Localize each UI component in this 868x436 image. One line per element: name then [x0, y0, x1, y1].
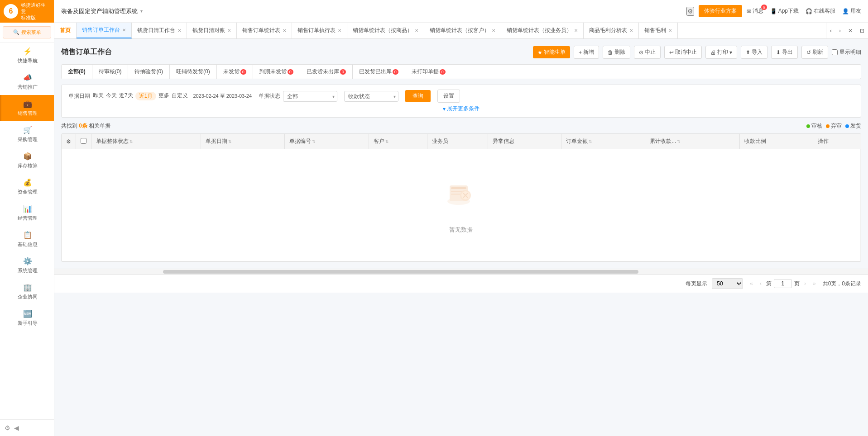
sub-tab-not-shipped[interactable]: 未发货0: [217, 65, 253, 79]
tab-sales-by-staff[interactable]: 销货单统计表（按业务员） ✕: [501, 23, 584, 38]
query-button[interactable]: 查询: [405, 90, 431, 102]
sub-tab-all[interactable]: 全部(0): [62, 65, 92, 79]
tab-close-sales-by-staff[interactable]: ✕: [574, 28, 578, 33]
tabs-scroll-left[interactable]: ‹: [826, 23, 835, 38]
delete-button[interactable]: 🗑 删除: [603, 46, 630, 59]
sort-date[interactable]: 单据日期 ⇅: [206, 137, 280, 145]
date-opt-custom[interactable]: 自定义: [172, 92, 188, 100]
tab-sales-stats[interactable]: 销售订单统计表 ✕: [237, 23, 292, 38]
message-btn[interactable]: ✉ 消息 6: [747, 7, 763, 15]
sort-customer[interactable]: 客户 ⇅: [374, 137, 422, 145]
sort-collected[interactable]: 累计收款... ⇅: [650, 137, 735, 145]
page-suffix: 页: [794, 280, 800, 288]
tab-close-sales-by-product[interactable]: ✕: [415, 28, 418, 33]
tab-cash-reconcile[interactable]: 钱货日清对账 ✕: [187, 23, 237, 38]
sort-status[interactable]: 单据整体状态 ⇅: [96, 137, 196, 145]
last-page-btn[interactable]: »: [810, 280, 818, 288]
sort-number[interactable]: 单据编号 ⇅: [289, 137, 364, 145]
tab-sales-profit[interactable]: 销售毛利 ✕: [639, 23, 678, 38]
collapse-icon[interactable]: ◀: [14, 424, 19, 431]
import-button[interactable]: ⬆ 导入: [741, 46, 767, 59]
audit-action-btn[interactable]: 审核: [806, 122, 822, 130]
date-opt-last1m[interactable]: 近1月: [135, 92, 157, 100]
refresh-button[interactable]: ↺ 刷新: [801, 46, 828, 59]
top-header: 装备及固定资产辅助管理系统 ▾ ⚙ 体验行业方案 ✉ 消息 6 📱 App下载 …: [54, 0, 868, 23]
tab-sales-by-product[interactable]: 销货单统计表（按商品） ✕: [347, 23, 424, 38]
tabs-scroll-right[interactable]: ›: [835, 23, 844, 38]
tab-sales-exec[interactable]: 销售订单执行表 ✕: [292, 23, 347, 38]
sidebar-item-system[interactable]: ⚙️ 系统管理: [0, 252, 54, 279]
sidebar-item-guide[interactable]: 🆕 新手引导: [0, 305, 54, 331]
shipped-wh-badge: 0: [393, 69, 398, 75]
industry-btn[interactable]: 体验行业方案: [699, 5, 742, 17]
tab-close-sales-stats[interactable]: ✕: [283, 28, 286, 33]
next-page-btn[interactable]: ›: [802, 280, 808, 288]
filter-status-select[interactable]: 全部: [283, 91, 337, 102]
horizontal-scrollbar[interactable]: [54, 269, 868, 274]
settings-footer-icon[interactable]: ⚙: [5, 424, 10, 431]
tab-sales-by-customer[interactable]: 销货单统计表（按客户） ✕: [424, 23, 501, 38]
smart-create-button[interactable]: ★ 智能生单: [533, 46, 570, 58]
first-page-btn[interactable]: «: [748, 280, 755, 288]
tab-close-sales-by-customer[interactable]: ✕: [492, 28, 495, 33]
sidebar-item-enterprise[interactable]: 🏢 企业协同: [0, 279, 54, 305]
cancel-audit-action-btn[interactable]: 弃审: [826, 122, 842, 130]
filter-settings-button[interactable]: 设置: [437, 90, 460, 103]
tab-close-sales-workbench[interactable]: ✕: [122, 28, 126, 33]
logo-icon: 6: [4, 4, 18, 19]
tab-home[interactable]: 首页: [54, 23, 77, 38]
sub-tab-pending-check[interactable]: 待抽验货(0): [128, 65, 170, 79]
sidebar-item-inventory[interactable]: 📦 库存核算: [0, 147, 54, 174]
add-button[interactable]: + 新增: [574, 46, 599, 59]
sidebar-item-quick-nav[interactable]: ⚡ 快捷导航: [0, 43, 54, 69]
print-icon: 🖨: [710, 49, 716, 56]
sidebar-item-purchase[interactable]: 🛒 采购管理: [0, 121, 54, 147]
prev-page-btn[interactable]: ‹: [758, 280, 764, 288]
tab-close-cash-daily[interactable]: ✕: [177, 28, 181, 33]
sidebar-item-finance[interactable]: 💰 资金管理: [0, 174, 54, 200]
sub-tab-not-printed[interactable]: 未打印单据0: [405, 65, 452, 79]
tabs-expand[interactable]: ⊡: [856, 23, 868, 38]
tab-close-gross-profit[interactable]: ✕: [629, 28, 633, 33]
sub-tab-overdue[interactable]: 到期未发货0: [253, 65, 300, 79]
tab-cash-daily[interactable]: 钱货日清工作台 ✕: [132, 23, 187, 38]
tabs-close-all[interactable]: ✕: [844, 23, 856, 38]
sidebar-item-sales[interactable]: 💼 销售管理: [0, 95, 54, 121]
date-opt-more[interactable]: 更多: [158, 92, 169, 100]
tab-sales-workbench[interactable]: 销售订单工作台 ✕: [77, 23, 132, 38]
select-all-checkbox[interactable]: [81, 138, 86, 144]
sort-amount[interactable]: 订单金额 ⇅: [566, 137, 641, 145]
scrollbar-thumb[interactable]: [163, 270, 638, 274]
tab-close-sales-profit[interactable]: ✕: [668, 28, 672, 33]
user-menu-btn[interactable]: 👤 用友: [842, 7, 861, 15]
sub-tab-shipped-not-warehoused[interactable]: 已发货未出库0: [300, 65, 353, 79]
online-service-btn[interactable]: 🎧 在线客服: [806, 7, 835, 15]
page-size-select[interactable]: 10 20 50 100: [712, 278, 743, 289]
show-detail-label[interactable]: 显示明细: [832, 48, 861, 56]
app-download-btn[interactable]: 📱 App下载: [770, 7, 799, 15]
tab-gross-profit[interactable]: 商品毛利分析表 ✕: [584, 23, 639, 38]
search-menu-button[interactable]: 🔍 搜索菜单: [3, 26, 51, 38]
cancel-stop-button[interactable]: ↩ 取消中止: [664, 46, 702, 59]
date-opt-today[interactable]: 今天: [106, 92, 117, 100]
sub-tab-wangpu[interactable]: 旺铺待发货(0): [170, 65, 217, 79]
export-button[interactable]: ⬇ 导出: [771, 46, 798, 59]
date-opt-last7[interactable]: 近7天: [119, 92, 133, 100]
tab-close-cash-reconcile[interactable]: ✕: [227, 28, 231, 33]
tab-close-sales-exec[interactable]: ✕: [338, 28, 341, 33]
filter-payment-select[interactable]: 收款状态: [344, 91, 398, 102]
date-opt-yesterday[interactable]: 昨天: [93, 92, 104, 100]
filter-expand-btn[interactable]: ▾ 展开更多条件: [443, 105, 480, 113]
sidebar-item-operations[interactable]: 📊 经营管理: [0, 200, 54, 226]
column-settings-icon[interactable]: ⚙: [66, 138, 71, 145]
stop-button[interactable]: ⊘ 中止: [634, 46, 661, 59]
show-detail-checkbox[interactable]: [832, 49, 838, 55]
sidebar-item-basic-info[interactable]: 📋 基础信息: [0, 226, 54, 252]
sidebar-item-marketing[interactable]: 📣 营销推广: [0, 69, 54, 95]
header-settings-button[interactable]: ⚙: [686, 7, 694, 16]
print-button[interactable]: 🖨 打印 ▾: [705, 46, 737, 59]
sub-tab-pending-audit[interactable]: 待审核(0): [92, 65, 129, 79]
sub-tab-shipped-warehoused[interactable]: 已发货已出库0: [353, 65, 405, 79]
ship-action-btn[interactable]: 发货: [845, 122, 861, 130]
page-input[interactable]: [774, 279, 792, 288]
